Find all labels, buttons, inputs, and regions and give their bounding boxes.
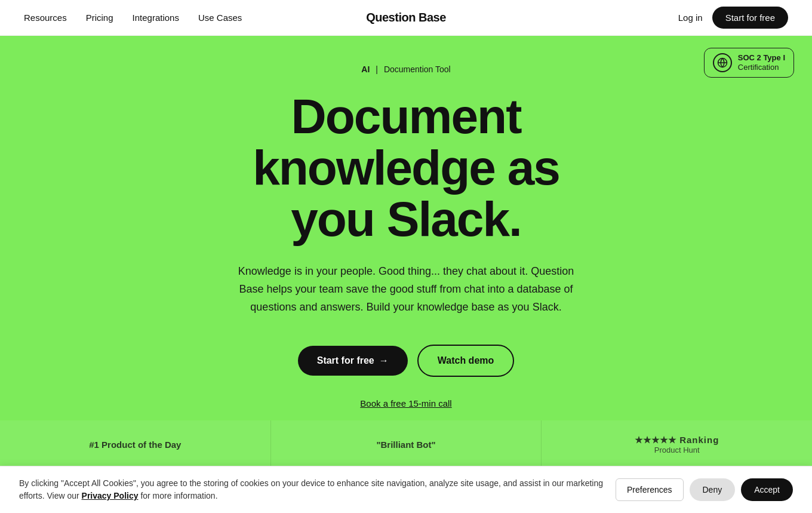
navbar: Resources Pricing Integrations Use Cases… <box>0 0 812 36</box>
hero-heading-line3: you Slack. <box>291 192 521 246</box>
nav-links: Resources Pricing Integrations Use Cases <box>24 13 242 23</box>
nav-start-button[interactable]: Start for free <box>712 7 788 29</box>
nav-resources[interactable]: Resources <box>24 13 67 23</box>
badge-divider: | <box>376 64 378 74</box>
product-of-day-title: #1 Product of the Day <box>89 440 181 450</box>
nav-integrations[interactable]: Integrations <box>133 13 179 23</box>
product-of-day-card: #1 Product of the Day <box>0 420 271 468</box>
ai-label: AI <box>361 64 370 74</box>
hero-section: SOC 2 Type I Certification AI | Document… <box>0 36 812 468</box>
ranking-sub: Product Hunt <box>654 446 700 454</box>
hero-subtext: Knowledge is in your people. Good thing.… <box>227 263 585 316</box>
book-call-link[interactable]: Book a free 15-min call <box>360 398 451 408</box>
soc-line1: SOC 2 Type I <box>738 53 785 63</box>
soc-icon <box>713 53 732 72</box>
brilliant-bot-card: "Brilliant Bot" <box>271 420 542 468</box>
soc-badge[interactable]: SOC 2 Type I Certification <box>704 48 794 78</box>
nav-pricing[interactable]: Pricing <box>86 13 113 23</box>
ranking-card: ★★★★★ Ranking Product Hunt <box>542 420 812 468</box>
cta-row: Start for free → Watch demo <box>298 345 515 377</box>
bottom-cards: #1 Product of the Day "Brilliant Bot" ★★… <box>0 420 812 468</box>
site-logo[interactable]: Question Base <box>366 11 446 24</box>
hero-heading: Document knowledge as you Slack. <box>253 91 559 245</box>
cookie-banner: By clicking "Accept All Cookies", you ag… <box>0 466 812 468</box>
ranking-title: ★★★★★ Ranking <box>635 435 719 446</box>
arrow-icon: → <box>379 355 389 366</box>
brilliant-bot-title: "Brilliant Bot" <box>376 440 435 450</box>
start-button-label: Start for free <box>317 355 374 366</box>
watch-demo-button[interactable]: Watch demo <box>417 345 515 377</box>
nav-right: Log in Start for free <box>678 7 788 29</box>
login-link[interactable]: Log in <box>678 13 703 23</box>
nav-use-cases[interactable]: Use Cases <box>198 13 242 23</box>
hero-heading-line1: Document <box>291 89 521 143</box>
tool-label: Documention Tool <box>384 64 451 74</box>
hero-heading-line2: knowledge as <box>253 140 559 195</box>
soc-line2: Certification <box>738 63 785 72</box>
ai-badge: AI | Documention Tool <box>361 64 450 74</box>
start-for-free-button[interactable]: Start for free → <box>298 346 408 376</box>
soc-text: SOC 2 Type I Certification <box>738 53 785 72</box>
